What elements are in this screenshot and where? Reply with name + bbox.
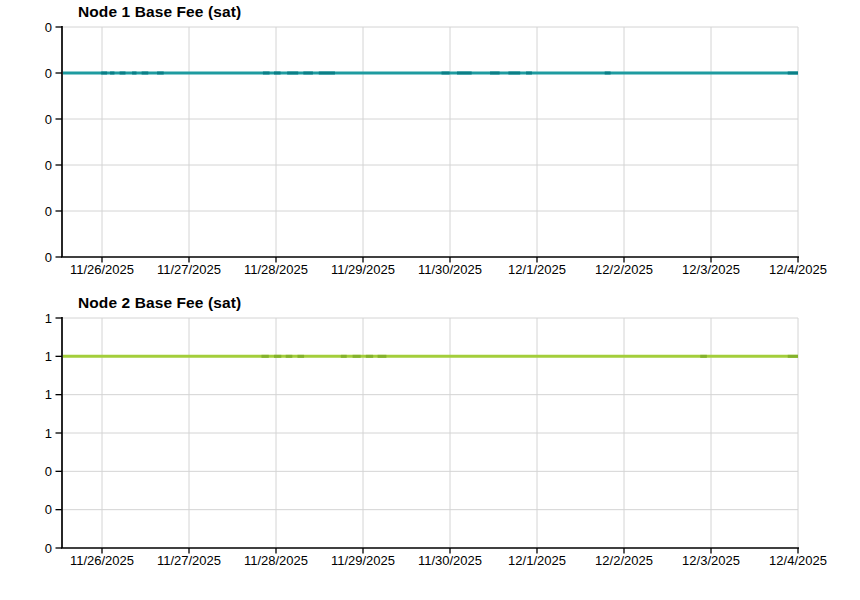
- x-tick-label: 11/29/2025: [331, 553, 395, 568]
- x-tick-label: 12/1/2025: [508, 262, 566, 277]
- x-tick-label: 12/4/2025: [769, 262, 827, 277]
- plots-svg: 00000011/26/202511/27/202511/28/202511/2…: [0, 0, 860, 600]
- y-tick-label: 0: [45, 112, 52, 127]
- x-tick-label: 11/29/2025: [331, 262, 395, 277]
- x-tick-label: 11/28/2025: [244, 262, 308, 277]
- x-tick-label: 11/27/2025: [157, 553, 221, 568]
- x-tick-label: 11/30/2025: [418, 553, 482, 568]
- x-tick-label: 11/26/2025: [70, 262, 134, 277]
- y-tick-label: 0: [45, 66, 52, 81]
- x-tick-label: 12/3/2025: [682, 262, 740, 277]
- y-tick-label: 1: [45, 311, 52, 326]
- y-tick-label: 0: [45, 158, 52, 173]
- y-tick-label: 1: [45, 349, 52, 364]
- charts-canvas: Node 1 Base Fee (sat) Node 2 Base Fee (s…: [0, 0, 860, 600]
- x-tick-label: 12/4/2025: [769, 553, 827, 568]
- y-tick-label: 1: [45, 387, 52, 402]
- x-tick-label: 12/2/2025: [595, 262, 653, 277]
- y-tick-label: 0: [45, 204, 52, 219]
- x-tick-label: 12/2/2025: [595, 553, 653, 568]
- y-tick-label: 0: [45, 502, 52, 517]
- x-tick-label: 11/28/2025: [244, 553, 308, 568]
- x-tick-label: 12/3/2025: [682, 553, 740, 568]
- y-tick-label: 0: [45, 541, 52, 556]
- y-tick-label: 1: [45, 426, 52, 441]
- x-tick-label: 12/1/2025: [508, 553, 566, 568]
- y-tick-label: 0: [45, 250, 52, 265]
- x-tick-label: 11/27/2025: [157, 262, 221, 277]
- x-tick-label: 11/26/2025: [70, 553, 134, 568]
- x-tick-label: 11/30/2025: [418, 262, 482, 277]
- y-tick-label: 0: [45, 464, 52, 479]
- y-tick-label: 0: [45, 20, 52, 35]
